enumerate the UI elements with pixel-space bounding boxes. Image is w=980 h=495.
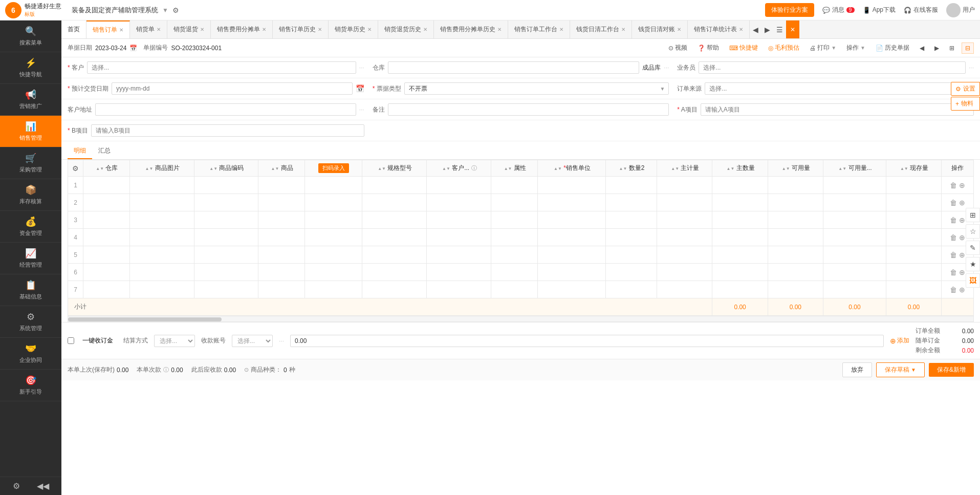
- save-draft-btn[interactable]: 保存草稿 ▼: [876, 362, 925, 377]
- grid-view-btn[interactable]: ⊞: [946, 43, 957, 53]
- copy-row-icon[interactable]: ⊕: [959, 286, 965, 294]
- table-cell[interactable]: [538, 264, 606, 281]
- copy-row-icon[interactable]: ⊕: [959, 251, 965, 259]
- tab-stats[interactable]: 销售订单统计表 ✕: [688, 20, 750, 39]
- table-cell[interactable]: [886, 229, 941, 246]
- table-cell[interactable]: [538, 194, 606, 211]
- next-record-btn[interactable]: ▶: [931, 43, 942, 53]
- user-item[interactable]: 用户: [946, 3, 975, 17]
- sidebar-item-enterprise[interactable]: 🤝 企业协同: [0, 338, 61, 370]
- table-cell[interactable]: [83, 229, 130, 246]
- tab-workbench[interactable]: 销售订单工作台 ✕: [508, 20, 570, 39]
- table-cell[interactable]: [258, 194, 305, 211]
- table-cell[interactable]: [491, 211, 538, 229]
- table-cell[interactable]: [886, 246, 941, 264]
- table-cell[interactable]: [194, 194, 258, 211]
- table-cell[interactable]: [362, 211, 427, 229]
- table-cell[interactable]: [712, 264, 768, 281]
- table-cell[interactable]: [605, 246, 657, 264]
- customer-more-btn[interactable]: ···: [359, 64, 364, 71]
- profit-action[interactable]: ◎ 毛利预估: [765, 42, 802, 54]
- table-cell[interactable]: [491, 194, 538, 211]
- tab-nav-close-all[interactable]: ✕: [786, 20, 799, 39]
- table-cell[interactable]: [194, 229, 258, 246]
- salesperson-more-btn[interactable]: ···: [969, 64, 974, 71]
- table-cell[interactable]: [194, 177, 258, 194]
- rfb-star[interactable]: ★: [966, 257, 980, 271]
- table-cell[interactable]: [83, 211, 130, 229]
- table-cell[interactable]: [258, 264, 305, 281]
- table-cell[interactable]: [129, 281, 194, 298]
- add-material-btn[interactable]: + 物料: [951, 97, 980, 111]
- table-cell[interactable]: [194, 246, 258, 264]
- table-cell[interactable]: [886, 281, 941, 298]
- sort-img-icon[interactable]: ▲▼: [145, 167, 154, 171]
- table-cell[interactable]: [886, 194, 941, 211]
- settings-float-btn[interactable]: ⚙ 设置: [951, 82, 980, 96]
- print-action[interactable]: 🖨 打印 ▼: [807, 42, 839, 54]
- sort-product-icon[interactable]: ▲▼: [271, 167, 279, 171]
- delivery-date-input[interactable]: [112, 82, 353, 95]
- sidebar-item-marketing[interactable]: 📢 营销推广: [0, 84, 61, 116]
- form-view-btn[interactable]: ⊟: [962, 42, 974, 54]
- table-cell[interactable]: [427, 194, 491, 211]
- rfb-grid[interactable]: ⊞: [966, 208, 980, 222]
- table-cell[interactable]: [129, 194, 194, 211]
- table-cell[interactable]: [823, 211, 886, 229]
- sidebar-item-finance[interactable]: 💰 资金管理: [0, 211, 61, 243]
- account-more-btn[interactable]: ···: [279, 337, 284, 345]
- delete-row-icon[interactable]: 🗑: [950, 199, 957, 207]
- table-cell[interactable]: [538, 229, 606, 246]
- sidebar-item-basic[interactable]: 📋 基础信息: [0, 274, 61, 306]
- table-cell[interactable]: [83, 194, 130, 211]
- table-cell[interactable]: [768, 229, 823, 246]
- table-cell[interactable]: [657, 264, 712, 281]
- tab-sales-return[interactable]: 销货退货 ✕: [167, 20, 211, 39]
- addr-more-btn[interactable]: ···: [359, 106, 364, 113]
- table-cell[interactable]: [823, 264, 886, 281]
- sidebar-item-purchase[interactable]: 🛒 采购管理: [0, 147, 61, 179]
- scan-btn[interactable]: 扫码录入: [318, 163, 349, 173]
- table-cell[interactable]: [605, 229, 657, 246]
- table-cell[interactable]: [712, 281, 768, 298]
- table-cell[interactable]: [768, 194, 823, 211]
- operate-action[interactable]: 操作 ▼: [843, 42, 868, 54]
- app-download-item[interactable]: 📱 App下载: [863, 6, 896, 14]
- table-cell[interactable]: [129, 211, 194, 229]
- account-select[interactable]: 选择...: [232, 335, 273, 347]
- tab-return-history[interactable]: 销货退货历史 ✕: [378, 20, 434, 39]
- tab-order-history[interactable]: 销售订单历史 ✕: [273, 20, 329, 39]
- tab-detail[interactable]: 明细: [68, 143, 92, 159]
- table-cell[interactable]: [362, 246, 427, 264]
- tab-nav-next[interactable]: ▶: [761, 20, 773, 39]
- table-cell[interactable]: [712, 211, 768, 229]
- tab-nav-menu[interactable]: ☰: [773, 20, 786, 39]
- sort-avail-icon[interactable]: ▲▼: [782, 167, 790, 171]
- table-cell[interactable]: [712, 194, 768, 211]
- invoice-type-select[interactable]: 不开票: [404, 82, 669, 95]
- table-cell[interactable]: [538, 177, 606, 194]
- table-cell[interactable]: [129, 264, 194, 281]
- table-cell[interactable]: [823, 281, 886, 298]
- tab-sales-bill[interactable]: 销货单 ✕: [130, 20, 167, 39]
- sidebar-item-inventory[interactable]: 📦 库存核算: [0, 179, 61, 211]
- delete-row-icon[interactable]: 🗑: [950, 268, 957, 276]
- table-cell[interactable]: [194, 281, 258, 298]
- table-cell[interactable]: [886, 177, 941, 194]
- sort-attr-icon[interactable]: ▲▼: [504, 167, 512, 171]
- copy-row-icon[interactable]: ⊕: [959, 233, 965, 242]
- shortcut-action[interactable]: ⌨ 快捷键: [726, 42, 761, 54]
- save-new-btn[interactable]: 保存&新增: [929, 363, 974, 377]
- operate-dropdown-icon[interactable]: ▼: [860, 45, 865, 51]
- sort-mainqty-icon[interactable]: ▲▼: [727, 167, 735, 171]
- b-project-input[interactable]: [91, 124, 364, 137]
- tab-close-sales-bill[interactable]: ✕: [157, 27, 161, 32]
- industry-btn[interactable]: 体验行业方案: [765, 3, 814, 17]
- delete-row-icon[interactable]: 🗑: [950, 216, 957, 224]
- table-cell[interactable]: [712, 177, 768, 194]
- copy-row-icon[interactable]: ⊕: [959, 268, 965, 276]
- sort-warehouse-icon[interactable]: ▲▼: [96, 167, 104, 171]
- tab-close-expense-history[interactable]: ✕: [497, 27, 502, 32]
- message-item[interactable]: 💬 消息 9: [822, 6, 855, 14]
- tab-close-order-history[interactable]: ✕: [318, 27, 322, 32]
